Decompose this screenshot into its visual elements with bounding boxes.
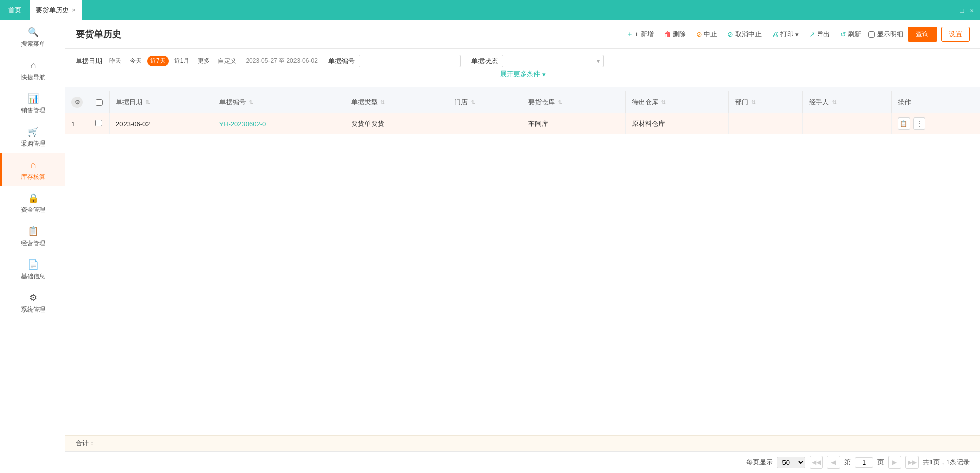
date-filter-label: 单据日期 (76, 57, 102, 66)
th-doc-date-sort[interactable]: ⇅ (145, 99, 150, 105)
th-pending-warehouse-sort[interactable]: ⇅ (661, 99, 666, 105)
th-department: 部门 ⇅ (729, 91, 803, 113)
row-more-btn[interactable]: ⋮ (913, 117, 925, 130)
footer-total-bar: 合计： (65, 435, 980, 451)
date-opt-yesterday[interactable]: 昨天 (106, 56, 125, 66)
active-tab[interactable]: 要货单历史 × (30, 0, 82, 20)
th-store: 门店 ⇅ (448, 91, 522, 113)
delete-button[interactable]: 🗑 删除 (661, 28, 689, 41)
status-select[interactable] (502, 55, 604, 67)
query-button[interactable]: 查询 (908, 27, 937, 42)
delete-label: 删除 (673, 30, 686, 39)
sidebar-item-sales-label: 销售管理 (21, 106, 45, 115)
new-button[interactable]: ＋ + 新增 (623, 28, 657, 41)
sidebar-item-quicknav[interactable]: ⌂ 快捷导航 (0, 54, 65, 87)
pagination: 每页显示 10 20 50 100 ◀◀ ◀ 第 页 ▶ ▶▶ 共1页，1条记录 (65, 451, 980, 473)
new-label: + 新增 (635, 30, 654, 39)
tab-close-icon[interactable]: × (72, 7, 76, 14)
last-page-btn[interactable]: ▶▶ (905, 456, 919, 469)
cancel-stop-button[interactable]: ⊘ 取消中止 (724, 28, 765, 41)
search-menu-icon: 🔍 (28, 27, 39, 38)
sidebar-item-finance[interactable]: 🔒 资金管理 (0, 186, 65, 220)
print-button[interactable]: 🖨 打印 ▾ (769, 28, 802, 41)
sidebar-item-inventory[interactable]: ⌂ 库存核算 (0, 153, 65, 186)
maximize-btn[interactable]: □ (960, 7, 964, 14)
sidebar-item-sales[interactable]: 📊 销售管理 (0, 87, 65, 120)
td-handler (803, 113, 892, 134)
sidebar-item-purchase[interactable]: 🛒 采购管理 (0, 120, 65, 153)
docnumber-input[interactable] (359, 55, 461, 67)
export-button[interactable]: ↗ 导出 (806, 28, 833, 41)
select-all-checkbox[interactable] (96, 99, 103, 106)
content-area: 要货单历史 ＋ + 新增 🗑 删除 ⊘ 中止 ⊘ 取消中止 (65, 20, 980, 473)
th-req-warehouse-sort[interactable]: ⇅ (558, 99, 562, 105)
purchase-icon: 🛒 (28, 126, 39, 137)
first-page-btn[interactable]: ◀◀ (810, 456, 823, 469)
prev-page-btn[interactable]: ◀ (827, 456, 840, 469)
th-pending-warehouse: 待出仓库 ⇅ (625, 91, 729, 113)
th-doc-date: 单据日期 ⇅ (110, 91, 213, 113)
sidebar-item-operations-label: 经营管理 (21, 239, 45, 248)
stop-icon: ⊘ (696, 30, 702, 38)
row-edit-btn[interactable]: 📋 (898, 117, 910, 130)
doc-number-link[interactable]: YH-20230602-0 (219, 120, 266, 128)
next-page-btn[interactable]: ▶ (888, 456, 901, 469)
sidebar-item-inventory-label: 库存核算 (21, 173, 45, 181)
display-detail-checkbox[interactable]: 显示明细 (868, 30, 903, 39)
th-department-sort[interactable]: ⇅ (751, 99, 756, 105)
expand-more-label: 展开更多条件 (500, 69, 540, 79)
print-dropdown-icon: ▾ (795, 31, 799, 38)
setting-button[interactable]: 设置 (941, 27, 970, 42)
sidebar-item-search[interactable]: 🔍 搜索菜单 (0, 20, 65, 54)
td-doc-number: YH-20230602-0 (213, 113, 345, 134)
refresh-icon: ↺ (840, 30, 846, 38)
th-handler-sort[interactable]: ⇅ (832, 99, 837, 105)
refresh-button[interactable]: ↺ 刷新 (837, 28, 864, 41)
sidebar-item-operations[interactable]: 📋 经营管理 (0, 220, 65, 253)
td-num: 1 (65, 113, 89, 134)
date-opt-today[interactable]: 今天 (127, 56, 145, 66)
expand-more-btn[interactable]: 展开更多条件 ▾ (76, 67, 970, 81)
filter-date-item: 单据日期 昨天 今天 近7天 近1月 更多 自定义 2023-05-27 至 2… (76, 56, 318, 66)
page-number-input[interactable] (855, 457, 873, 468)
export-icon: ↗ (809, 30, 815, 38)
sidebar-item-system[interactable]: ⚙ 系统管理 (0, 286, 65, 319)
filter-docnumber-item: 单据编号 (328, 55, 461, 67)
home-tab[interactable]: 首页 (0, 0, 30, 20)
td-pending-warehouse: 原材料仓库 (625, 113, 729, 134)
table-row: 1 2023-06-02 YH-20230602-0 要货单要货 车间库 原材料… (65, 113, 980, 134)
display-detail-label: 显示明细 (877, 30, 903, 39)
close-btn[interactable]: × (970, 7, 974, 14)
page-label-before: 第 (844, 458, 851, 467)
th-store-sort[interactable]: ⇅ (471, 99, 475, 105)
finance-icon: 🔒 (28, 193, 39, 204)
date-opt-custom[interactable]: 自定义 (215, 56, 239, 66)
expand-chevron-icon: ▾ (542, 70, 546, 78)
page-title: 要货单历史 (76, 28, 121, 40)
sidebar-item-basicinfo[interactable]: 📄 基础信息 (0, 253, 65, 286)
export-label: 导出 (817, 30, 830, 39)
sales-icon: 📊 (28, 93, 39, 104)
per-page-select[interactable]: 10 20 50 100 (777, 457, 805, 468)
date-options: 昨天 今天 近7天 近1月 更多 自定义 (106, 56, 239, 66)
filter-row: 单据日期 昨天 今天 近7天 近1月 更多 自定义 2023-05-27 至 2… (76, 55, 970, 67)
sidebar-item-finance-label: 资金管理 (21, 206, 45, 215)
minimize-btn[interactable]: — (947, 7, 954, 14)
new-icon: ＋ (626, 30, 633, 39)
display-detail-check[interactable] (868, 31, 875, 38)
date-opt-7days[interactable]: 近7天 (147, 56, 169, 66)
cancel-stop-icon: ⊘ (727, 30, 733, 38)
sidebar-item-quicknav-label: 快捷导航 (21, 73, 45, 82)
th-store-label: 门店 (454, 98, 468, 106)
date-opt-1month[interactable]: 近1月 (171, 56, 193, 66)
table-settings-icon[interactable]: ⚙ (71, 97, 83, 108)
filter-area: 单据日期 昨天 今天 近7天 近1月 更多 自定义 2023-05-27 至 2… (65, 49, 980, 87)
date-opt-more[interactable]: 更多 (194, 56, 213, 66)
quicknav-icon: ⌂ (28, 60, 39, 71)
sidebar-item-basicinfo-label: 基础信息 (21, 272, 45, 281)
refresh-label: 刷新 (848, 30, 861, 39)
th-doc-type-sort[interactable]: ⇅ (380, 99, 385, 105)
th-doc-number-sort[interactable]: ⇅ (249, 99, 253, 105)
stop-button[interactable]: ⊘ 中止 (693, 28, 720, 41)
row-checkbox[interactable] (95, 120, 102, 126)
